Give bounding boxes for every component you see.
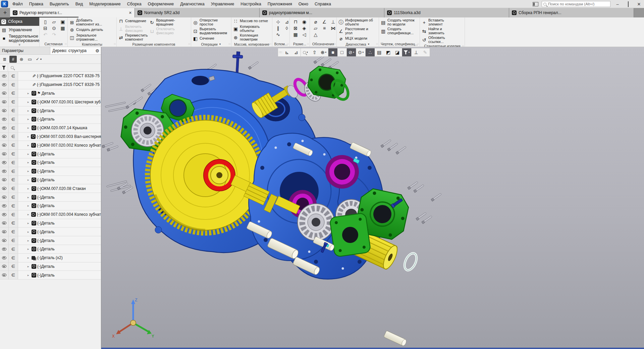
eye-visibility-icon[interactable] xyxy=(2,144,6,147)
new-document-icon[interactable]: ▯ xyxy=(42,19,48,24)
tree-item[interactable]: ▸⚑Деталь xyxy=(18,89,55,98)
mode-item-1[interactable]: Сборка xyxy=(0,17,39,26)
eye-visibility-icon[interactable] xyxy=(2,221,6,225)
paint-components-button[interactable]: ◪ xyxy=(393,48,402,56)
membership-cell[interactable]: ∈ xyxy=(9,89,18,98)
tree-row-17[interactable]: ∈▸(-)ОКМ 007.020.004 Колесо зубчат xyxy=(0,210,101,219)
menu-item-9[interactable]: Управление xyxy=(210,1,235,7)
designation-diameter-icon[interactable]: ⌀ xyxy=(313,19,319,24)
dim-frame-icon[interactable]: ⊠ xyxy=(292,26,299,31)
expand-arrow-icon[interactable]: ▸ xyxy=(28,196,31,199)
move-component-button[interactable]: ⇄Переместить компонент xyxy=(117,33,148,42)
menu-item-6[interactable]: Сборка xyxy=(126,1,142,7)
dim-grid-icon[interactable]: ▦ xyxy=(292,32,299,37)
eye-visibility-icon[interactable] xyxy=(2,83,6,86)
expand-arrow-icon[interactable]: ▸ xyxy=(28,152,31,156)
hidden-lines-button[interactable]: ⊘▾ xyxy=(347,48,356,56)
membership-cell[interactable]: ∈ xyxy=(9,228,18,236)
menu-item-13[interactable]: Справка xyxy=(314,1,332,7)
eye-visibility-icon[interactable] xyxy=(2,239,6,242)
visibility-cell[interactable] xyxy=(0,254,9,262)
membership-cell[interactable]: ∈ xyxy=(9,262,18,271)
tree-item[interactable]: ▸(-)Деталь xyxy=(18,167,55,176)
expand-arrow-icon[interactable]: ▸ xyxy=(28,265,31,268)
visibility-cell[interactable] xyxy=(0,184,9,193)
mirror-reflection-button[interactable]: ◫Зеркальное отражение... xyxy=(68,33,104,42)
tree-row-19[interactable]: ∈▸(-)Деталь xyxy=(0,228,101,236)
create-part-button[interactable]: ⊚Создать деталь xyxy=(68,27,104,33)
dim-arrow-icon[interactable]: ◁ xyxy=(301,32,307,37)
expand-arrow-icon[interactable]: ▸ xyxy=(28,230,31,234)
visibility-cell[interactable] xyxy=(0,81,9,89)
tree-row-23[interactable]: ∈▸(-)Деталь xyxy=(0,262,101,271)
restore-button[interactable] xyxy=(625,2,632,7)
tree-row-8[interactable]: ∈▸(-)ОКМ 007.020.003 Вал-шестерня xyxy=(0,133,101,141)
designation-datum-icon[interactable]: △ xyxy=(313,32,319,37)
membership-cell[interactable]: ∈ xyxy=(9,98,18,106)
command-search[interactable] xyxy=(542,1,610,7)
group-grip-icon[interactable]: ∷ xyxy=(189,43,190,46)
copy-objects-button[interactable]: ▣Копировать объекты xyxy=(232,24,269,33)
group-grip-icon[interactable]: ∷ xyxy=(417,43,419,46)
visibility-cell[interactable] xyxy=(0,167,9,176)
close-button[interactable]: ✕ xyxy=(635,2,643,7)
tree-selection-button[interactable]: ▭ xyxy=(26,56,34,63)
endpoint-snap-button[interactable]: ∴ xyxy=(366,48,375,56)
gearbox-3d-model[interactable]: Z X Y xyxy=(101,47,644,349)
group-grip-icon[interactable]: ∷ xyxy=(307,43,309,46)
eye-visibility-icon[interactable] xyxy=(2,109,6,112)
notebook-button[interactable]: ▤ xyxy=(375,48,384,56)
group-grip-icon[interactable]: ∷ xyxy=(270,43,271,46)
membership-cell[interactable]: ∈ xyxy=(9,271,18,279)
orientation-button[interactable]: ⇧ xyxy=(310,48,319,56)
new-tab-button[interactable]: + xyxy=(0,8,10,17)
menu-item-7[interactable]: Оформление xyxy=(147,1,175,7)
tree-row-15[interactable]: ∈▸(-)Деталь xyxy=(0,193,101,202)
coincidence-button[interactable]: ⊓Совпадение xyxy=(117,18,148,24)
membership-cell[interactable]: ∈ xyxy=(9,245,18,253)
expand-arrow-icon[interactable]: ▸ xyxy=(28,117,31,121)
expand-arrow-icon[interactable]: ▸ xyxy=(28,256,31,259)
visibility-cell[interactable] xyxy=(0,98,9,106)
menu-item-1[interactable]: Файл xyxy=(12,1,23,7)
green-cover[interactable] xyxy=(329,213,371,257)
eye-visibility-icon[interactable] xyxy=(2,135,6,138)
expand-arrow-icon[interactable]: ▸ xyxy=(28,239,31,242)
tree-row-11[interactable]: ∈▸(-)Деталь xyxy=(0,158,101,167)
tree-row-21[interactable]: ∈▸(-)Деталь xyxy=(0,245,101,254)
expand-arrow-icon[interactable]: ▸ xyxy=(28,247,31,251)
expand-arrow-icon[interactable]: ▸ xyxy=(28,100,31,104)
group-grip-icon[interactable]: ∷ xyxy=(334,43,335,46)
tree-row-24[interactable]: ∈▸(-)Деталь xyxy=(0,271,101,280)
expand-arrow-icon[interactable]: ▸ xyxy=(28,135,30,138)
update-links-button[interactable]: ↺Обновить ссылки... xyxy=(421,36,446,44)
tab-parameters[interactable]: Параметры xyxy=(0,47,50,54)
eye-visibility-icon[interactable] xyxy=(2,256,6,259)
tree-structure-mode-button[interactable]: # xyxy=(9,56,17,63)
mass-properties-button[interactable]: ⌀МЦХ модели xyxy=(337,36,374,42)
group-grip-icon[interactable]: ∷ xyxy=(376,43,378,46)
eye-visibility-icon[interactable] xyxy=(2,230,6,233)
visibility-cell[interactable] xyxy=(0,158,9,167)
add-component-button[interactable]: ⊞Добавить компонент из... xyxy=(68,18,104,27)
create-drawing-button[interactable]: ▤Создать чертеж по модели xyxy=(380,18,415,27)
aux-curve-icon[interactable]: ∿ xyxy=(275,32,281,37)
aux-axis-icon[interactable]: ⊿ xyxy=(284,19,290,24)
visibility-cell[interactable] xyxy=(0,210,9,219)
placement-cs-button[interactable]: ⊿ xyxy=(291,48,301,56)
membership-cell[interactable]: ∈ xyxy=(9,124,18,132)
tree-item[interactable]: ▸(-)ОКМ 007.020.004 Колесо зубчат xyxy=(18,210,101,219)
minimize-button[interactable]: – xyxy=(614,2,621,7)
visibility-cell[interactable] xyxy=(0,124,9,132)
membership-cell[interactable]: ∈ xyxy=(9,133,18,141)
visibility-cell[interactable] xyxy=(0,72,9,80)
group-grip-icon[interactable]: ∷ xyxy=(65,43,66,46)
tree-item[interactable]: ▸(-)Деталь xyxy=(18,176,55,184)
tree-item[interactable]: ▸(-)Деталь xyxy=(18,158,55,167)
group-dropdown-icon[interactable]: ▼ xyxy=(367,43,370,45)
eye-visibility-icon[interactable] xyxy=(2,170,6,173)
visibility-cell[interactable] xyxy=(0,106,9,115)
group-grip-icon[interactable]: ∷ xyxy=(114,43,115,46)
wireframe-view-button[interactable]: □ xyxy=(337,48,346,56)
visibility-cell[interactable] xyxy=(0,141,9,149)
